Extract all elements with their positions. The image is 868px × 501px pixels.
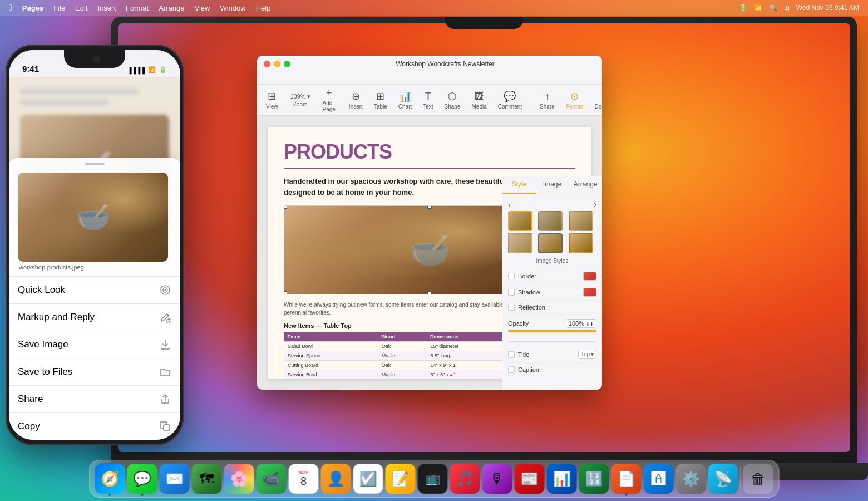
apple-menu[interactable]:  bbox=[9, 3, 12, 13]
saveimage-label: Save Image bbox=[18, 339, 68, 350]
opacity-slider[interactable] bbox=[508, 330, 596, 332]
toolbar-zoom[interactable]: 109% ▾ Zoom bbox=[285, 91, 316, 110]
app-name[interactable]: Pages bbox=[22, 4, 43, 12]
toolbar-document[interactable]: 📄 Document bbox=[590, 88, 602, 112]
toolbar-text[interactable]: T Text bbox=[418, 89, 437, 112]
toolbar-shape[interactable]: ⬡ Shape bbox=[440, 88, 465, 112]
prev-styles[interactable]: ‹ bbox=[508, 200, 511, 209]
share-menu-icon bbox=[159, 393, 171, 405]
menu-insert[interactable]: Insert bbox=[98, 4, 116, 12]
toolbar-insert[interactable]: ⊕ Insert bbox=[344, 88, 367, 112]
shadow-control: Shadow bbox=[508, 289, 540, 296]
toolbar-chart[interactable]: 📊 Chart bbox=[394, 88, 416, 112]
format-label: Format bbox=[566, 104, 584, 110]
menu-window[interactable]: Window bbox=[220, 4, 245, 12]
tab-style[interactable]: Style bbox=[502, 176, 536, 194]
dock-item-airdrop[interactable]: 📡 bbox=[708, 464, 738, 494]
savetofiles-label: Save to Files bbox=[18, 366, 72, 377]
toolbar-table[interactable]: ⊞ Table bbox=[369, 88, 392, 112]
image-style-2[interactable] bbox=[538, 211, 563, 231]
dock-item-messages[interactable]: 💬 bbox=[127, 464, 157, 494]
settings-icon: ⚙️ bbox=[682, 470, 700, 488]
tab-arrange[interactable]: Arrange bbox=[569, 176, 602, 194]
dock-item-maps[interactable]: 🗺 bbox=[192, 464, 222, 494]
format-sidebar: Style Image Arrange ‹ › bbox=[502, 176, 602, 390]
menu-item-share[interactable]: Share bbox=[9, 386, 180, 413]
shadow-checkbox[interactable] bbox=[508, 289, 515, 296]
toolbar-media[interactable]: 🖼 Media bbox=[467, 89, 491, 112]
toolbar-format[interactable]: ⊙ Format bbox=[561, 88, 588, 112]
fullscreen-button[interactable] bbox=[284, 61, 290, 67]
toolbar-comment[interactable]: 💬 Comment bbox=[494, 88, 526, 112]
zoom-value: 109% ▾ bbox=[290, 93, 310, 100]
dock-item-photos[interactable]: 🌸 bbox=[224, 464, 254, 494]
dock-item-numbers[interactable]: 🔢 bbox=[579, 464, 609, 494]
text-label: Text bbox=[423, 104, 433, 110]
tab-image[interactable]: Image bbox=[536, 176, 569, 194]
menu-item-copy[interactable]: Copy bbox=[9, 413, 180, 440]
calendar-icon: NOV bbox=[299, 470, 308, 475]
dock-item-notes[interactable]: 📝 bbox=[386, 464, 416, 494]
mail-icon: ✉️ bbox=[166, 470, 184, 488]
svg-point-2 bbox=[165, 289, 166, 291]
menu-format[interactable]: Format bbox=[126, 4, 149, 12]
dock-item-reminders[interactable]: ☑️ bbox=[353, 464, 383, 494]
menu-item-markup[interactable]: Markup and Reply bbox=[9, 304, 180, 331]
menu-item-quicklook[interactable]: Quick Look bbox=[9, 277, 180, 304]
menu-item-saveimage[interactable]: Save Image bbox=[9, 331, 180, 358]
next-styles[interactable]: › bbox=[594, 200, 596, 209]
dock-item-pages[interactable]: 📄 bbox=[611, 464, 642, 494]
dock-item-settings[interactable]: ⚙️ bbox=[676, 464, 706, 494]
search-icon[interactable]: 🔍 bbox=[769, 4, 777, 12]
toolbar-add-page[interactable]: + Add Page bbox=[318, 85, 340, 115]
selection-handle-tl[interactable] bbox=[284, 205, 287, 209]
dock-item-music[interactable]: 🎵 bbox=[450, 464, 480, 494]
dock-item-calendar[interactable]: NOV 8 bbox=[289, 464, 319, 494]
menu-item-savetofiles[interactable]: Save to Files bbox=[9, 358, 180, 386]
menu-help[interactable]: Help bbox=[256, 4, 271, 12]
image-style-4[interactable] bbox=[508, 233, 532, 253]
reflection-control: Reflection bbox=[508, 304, 545, 311]
dock-item-keynote[interactable]: 📊 bbox=[547, 464, 577, 494]
title-position-select[interactable]: Top ▾ bbox=[578, 350, 596, 359]
border-checkbox[interactable] bbox=[508, 273, 515, 279]
selection-handle-tc[interactable] bbox=[427, 205, 432, 209]
menu-arrange[interactable]: Arrange bbox=[159, 4, 184, 12]
status-icons: ▐▐▐▐ 📶 🔋 bbox=[127, 66, 167, 73]
dock-item-news[interactable]: 📰 bbox=[515, 464, 545, 494]
podcasts-icon: 🎙 bbox=[490, 470, 505, 488]
menu-view[interactable]: View bbox=[194, 4, 210, 12]
selection-handle-bc[interactable] bbox=[427, 291, 432, 294]
dock-item-mail[interactable]: ✉️ bbox=[160, 464, 190, 494]
reflection-checkbox[interactable] bbox=[508, 304, 515, 311]
menu-file[interactable]: File bbox=[53, 4, 65, 12]
border-color[interactable] bbox=[583, 272, 596, 281]
dock-item-trash[interactable]: 🗑 bbox=[743, 464, 773, 494]
opacity-value[interactable]: 100% ⬆⬇ bbox=[566, 319, 596, 328]
menu-edit[interactable]: Edit bbox=[75, 4, 87, 12]
toolbar-view[interactable]: ⊞ View bbox=[262, 88, 283, 112]
sharesheet-menu: Quick Look Markup and Reply bbox=[9, 276, 180, 440]
shadow-color[interactable] bbox=[583, 288, 596, 297]
caption-checkbox[interactable] bbox=[508, 366, 515, 373]
view-icon: ⊞ bbox=[268, 90, 276, 102]
image-style-1[interactable] bbox=[508, 211, 532, 231]
dock-item-podcasts[interactable]: 🎙 bbox=[482, 464, 512, 494]
image-style-3[interactable] bbox=[569, 211, 593, 231]
image-style-6[interactable] bbox=[569, 233, 593, 253]
close-button[interactable] bbox=[264, 61, 270, 67]
svg-rect-4 bbox=[164, 425, 170, 431]
dock-item-safari[interactable]: 🧭 bbox=[95, 464, 125, 494]
title-checkbox[interactable] bbox=[508, 351, 515, 358]
image-style-5[interactable] bbox=[538, 233, 563, 253]
minimize-button[interactable] bbox=[274, 61, 280, 67]
dock-item-appstore[interactable]: 🅰 bbox=[644, 464, 674, 494]
control-center-icon[interactable]: ⊞ bbox=[784, 4, 790, 12]
music-icon: 🎵 bbox=[456, 470, 474, 488]
toolbar-share[interactable]: ↑ Share bbox=[535, 89, 559, 112]
dock-item-appletv[interactable]: 📺 bbox=[418, 464, 448, 494]
table-icon: ⊞ bbox=[376, 90, 384, 102]
dock-item-facetime[interactable]: 📹 bbox=[257, 464, 287, 494]
selection-handle-bl[interactable] bbox=[284, 291, 287, 294]
dock-item-contacts[interactable]: 👤 bbox=[321, 464, 351, 494]
